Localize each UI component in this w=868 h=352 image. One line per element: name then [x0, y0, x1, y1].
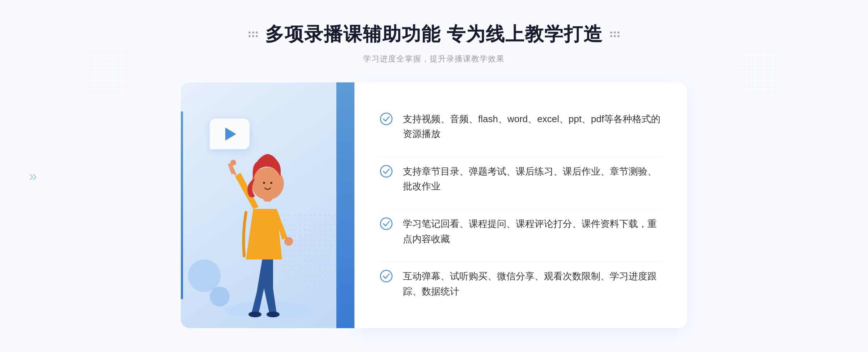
- feature-item-1: 支持视频、音频、flash、word、excel、ppt、pdf等各种格式的资源…: [380, 104, 662, 149]
- feature-text-3: 学习笔记回看、课程提问、课程评论打分、课件资料下载，重点内容收藏: [403, 216, 662, 246]
- deco-dots-right: [610, 31, 620, 37]
- svg-point-2: [267, 312, 280, 317]
- page-container: » 多项录播课辅助功能 专为线上教学打造 学习进度全掌握，提升录播课教学效果: [0, 0, 868, 352]
- svg-point-7: [263, 182, 265, 184]
- illustration-area: [181, 82, 354, 328]
- feature-text-1: 支持视频、音频、flash、word、excel、ppt、pdf等各种格式的资源…: [403, 112, 662, 142]
- check-icon-2: [380, 165, 393, 178]
- deco-dot-top-right: [738, 51, 781, 94]
- svg-point-9: [380, 113, 392, 125]
- deco-dot-top-left: [87, 51, 130, 94]
- svg-point-4: [284, 237, 293, 246]
- sub-title: 学习进度全掌握，提升录播课教学效果: [363, 53, 505, 64]
- feature-item-4: 互动弹幕、试听购买、微信分享、观看次数限制、学习进度跟踪、数据统计: [380, 261, 662, 306]
- deco-circle-2: [210, 287, 230, 306]
- check-icon-3: [380, 217, 393, 230]
- feature-item-3: 学习笔记回看、课程提问、课程评论打分、课件资料下载，重点内容收藏: [380, 209, 662, 254]
- blue-stripe: [336, 82, 354, 328]
- left-accent-bar: [181, 111, 183, 299]
- header-section: 多项录播课辅助功能 专为线上教学打造 学习进度全掌握，提升录播课教学效果: [248, 22, 620, 64]
- features-area: 支持视频、音频、flash、word、excel、ppt、pdf等各种格式的资源…: [354, 82, 687, 328]
- check-icon-1: [380, 112, 393, 125]
- title-row: 多项录播课辅助功能 专为线上教学打造: [248, 22, 620, 47]
- svg-point-3: [230, 160, 236, 166]
- content-wrapper: 支持视频、音频、flash、word、excel、ppt、pdf等各种格式的资源…: [181, 82, 687, 328]
- feature-item-2: 支持章节目录、弹题考试、课后练习、课后作业、章节测验、批改作业: [380, 156, 662, 201]
- svg-point-11: [380, 218, 392, 229]
- feature-text-2: 支持章节目录、弹题考试、课后练习、课后作业、章节测验、批改作业: [403, 164, 662, 194]
- feature-text-4: 互动弹幕、试听购买、微信分享、观看次数限制、学习进度跟踪、数据统计: [403, 269, 662, 299]
- svg-point-12: [380, 270, 392, 282]
- deco-dots-left: [248, 31, 258, 37]
- svg-point-1: [248, 312, 261, 317]
- main-title: 多项录播课辅助功能 专为线上教学打造: [265, 22, 603, 47]
- svg-point-8: [270, 182, 272, 184]
- svg-point-10: [380, 166, 392, 177]
- check-icon-4: [380, 270, 393, 283]
- deco-arrows-left: »: [29, 169, 37, 183]
